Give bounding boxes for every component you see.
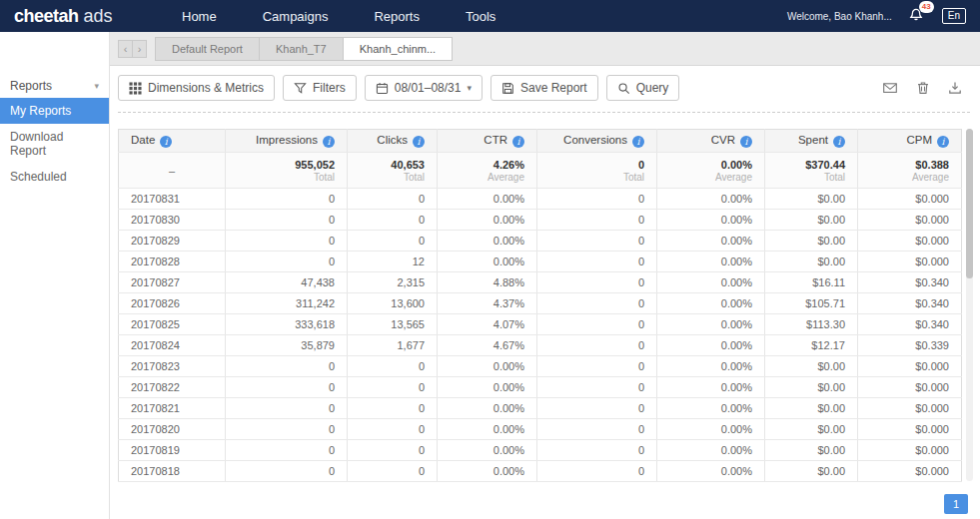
value-cell: 0 — [537, 398, 657, 419]
value-cell: 0.00% — [657, 293, 765, 314]
value-cell: 0.00% — [657, 314, 765, 335]
filters-label: Filters — [313, 81, 346, 95]
table-row: 20170829000.00%00.00%$0.00$0.000 — [119, 231, 962, 252]
date-cell: 20170828 — [119, 252, 226, 272]
download-icon — [948, 81, 962, 95]
value-cell: 0.00% — [657, 377, 765, 398]
value-cell: 0 — [226, 356, 348, 377]
sidebar-item-scheduled[interactable]: Scheduled — [0, 164, 109, 190]
summary-sublabel: Average — [870, 172, 949, 184]
nav-item-tools[interactable]: Tools — [466, 9, 495, 24]
value-cell: 13,565 — [348, 314, 438, 335]
info-icon[interactable]: i — [413, 136, 425, 148]
value-cell: $0.000 — [858, 461, 962, 482]
filters-button[interactable]: Filters — [283, 75, 357, 101]
value-cell: 0 — [537, 252, 657, 272]
info-icon[interactable]: i — [632, 136, 644, 148]
save-report-button[interactable]: Save Report — [490, 75, 598, 101]
table-row: 20170826311,24213,6004.37%00.00%$105.71$… — [119, 293, 962, 314]
value-cell: 0 — [226, 419, 348, 440]
value-cell: 0 — [226, 461, 348, 482]
summary-cell: 4.26%Average — [438, 153, 537, 189]
info-icon[interactable]: i — [740, 136, 752, 148]
value-cell: $0.000 — [858, 210, 962, 231]
nav-item-home[interactable]: Home — [182, 9, 217, 24]
summary-cell: $370.44Total — [765, 153, 858, 189]
tab-scroll-arrows: ‹ › — [118, 40, 147, 58]
info-icon[interactable]: i — [937, 136, 949, 148]
dimensions-metrics-button[interactable]: Dimensions & Metrics — [118, 75, 275, 101]
column-header-impressions[interactable]: Impressionsi — [226, 130, 348, 153]
value-cell: 0.00% — [438, 252, 537, 272]
download-report-button[interactable] — [948, 81, 962, 95]
email-report-button[interactable] — [882, 81, 898, 95]
summary-value: 4.26% — [450, 158, 524, 172]
report-toolbar: Dimensions & Metrics Filters 08/01–08/31… — [110, 66, 980, 109]
value-cell: $0.00 — [765, 461, 858, 482]
summary-value: $370.44 — [777, 158, 845, 172]
tab-khanh-t7[interactable]: Khanh_T7 — [259, 37, 344, 61]
page-1-button[interactable]: 1 — [944, 494, 968, 514]
sidebar-item-download-report[interactable]: Download Report — [0, 124, 109, 164]
nav-item-reports[interactable]: Reports — [374, 9, 420, 24]
info-icon[interactable]: i — [833, 136, 845, 148]
welcome-text[interactable]: Welcome, Bao Khanh... — [787, 11, 892, 22]
column-header-date[interactable]: Datei — [119, 130, 226, 153]
value-cell: 0.00% — [657, 356, 765, 377]
table-scrollbar[interactable] — [966, 129, 973, 481]
info-icon[interactable]: i — [512, 136, 524, 148]
report-table-container: DateiImpressionsiClicksiCTRiConversionsi… — [118, 129, 962, 482]
summary-sublabel: Total — [777, 172, 845, 184]
column-header-spent[interactable]: Spenti — [765, 130, 858, 153]
column-header-cpm[interactable]: CPMi — [858, 130, 962, 153]
value-cell: $0.00 — [765, 398, 858, 419]
nav-item-campaigns[interactable]: Campaigns — [263, 9, 329, 24]
tab-scroll-next-button[interactable]: › — [132, 40, 147, 58]
value-cell: 0.00% — [657, 398, 765, 419]
column-header-ctr[interactable]: CTRi — [438, 130, 537, 153]
top-navigation-bar: cheetahads Home Campaigns Reports Tools … — [0, 0, 980, 32]
tab-default-report[interactable]: Default Report — [155, 37, 260, 61]
summary-cell: $0.388Average — [858, 153, 962, 189]
brand-logo[interactable]: cheetahads — [14, 6, 166, 27]
table-row: 20170821000.00%00.00%$0.00$0.000 — [119, 398, 962, 419]
sidebar-section-reports[interactable]: Reports ▾ — [0, 74, 109, 98]
summary-value: 955,052 — [238, 158, 335, 172]
scrollbar-thumb[interactable] — [966, 129, 973, 278]
tab-khanh-chinm[interactable]: Khanh_chinm... — [343, 37, 453, 61]
value-cell: 0 — [537, 377, 657, 398]
tab-scroll-prev-button[interactable]: ‹ — [118, 40, 133, 58]
date-cell: 20170820 — [119, 419, 226, 440]
value-cell: $12.17 — [765, 335, 858, 356]
value-cell: $0.00 — [765, 189, 858, 210]
column-label: CVR — [711, 134, 735, 146]
save-report-label: Save Report — [520, 81, 587, 95]
delete-report-button[interactable] — [916, 81, 930, 95]
value-cell: $0.000 — [858, 440, 962, 461]
info-icon[interactable]: i — [323, 136, 335, 148]
notifications-button[interactable]: 43 — [908, 7, 926, 25]
value-cell: 0 — [537, 272, 657, 293]
sidebar-item-my-reports[interactable]: My Reports — [0, 98, 109, 124]
summary-cell: 40,653Total — [348, 153, 438, 189]
value-cell: 1,677 — [348, 335, 438, 356]
summary-sublabel: Total — [549, 172, 644, 184]
welcome-label: Welcome, — [787, 11, 831, 22]
value-cell: $0.340 — [858, 314, 962, 335]
query-button[interactable]: Query — [606, 75, 680, 101]
value-cell: 0 — [226, 189, 348, 210]
column-header-clicks[interactable]: Clicksi — [348, 130, 438, 153]
column-label: CPM — [906, 134, 932, 146]
value-cell: $0.000 — [858, 231, 962, 252]
date-range-button[interactable]: 08/01–08/31 ▾ — [365, 75, 483, 101]
table-header-row: DateiImpressionsiClicksiCTRiConversionsi… — [119, 130, 962, 153]
column-header-conversions[interactable]: Conversionsi — [537, 130, 657, 153]
summary-value: $0.388 — [870, 158, 949, 172]
language-button[interactable]: En — [942, 8, 966, 24]
sidebar-section-label: Reports — [10, 79, 52, 93]
summary-value: 40,653 — [360, 158, 425, 172]
column-header-cvr[interactable]: CVRi — [657, 130, 765, 153]
date-cell: 20170831 — [119, 189, 226, 210]
info-icon[interactable]: i — [160, 136, 172, 148]
value-cell: 4.07% — [438, 314, 537, 335]
